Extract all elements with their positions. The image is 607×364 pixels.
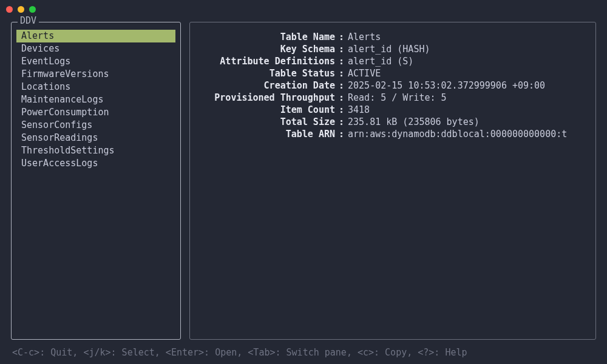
close-icon[interactable] [6, 6, 13, 13]
detail-row-key-schema: Key Schema : alert_id (HASH) [198, 43, 587, 55]
detail-sep: : [335, 116, 348, 128]
table-item-powerconsumption[interactable]: PowerConsumption [16, 106, 175, 119]
detail-value: Alerts [348, 31, 381, 43]
tables-pane[interactable]: DDV Alerts Devices EventLogs FirmwareVer… [11, 22, 181, 340]
detail-sep: : [335, 128, 348, 140]
detail-label: Key Schema [198, 43, 335, 55]
detail-sep: : [335, 79, 348, 92]
table-item-alerts[interactable]: Alerts [16, 30, 175, 42]
detail-value: ACTIVE [348, 67, 381, 79]
table-item-devices[interactable]: Devices [16, 42, 175, 55]
detail-row-creation-date: Creation Date : 2025-02-15 10:53:02.3729… [198, 79, 587, 92]
maximize-icon[interactable] [29, 6, 36, 13]
table-item-eventlogs[interactable]: EventLogs [16, 55, 175, 68]
detail-value: 235.81 kB (235806 bytes) [348, 116, 480, 128]
table-item-sensorconfigs[interactable]: SensorConfigs [16, 119, 175, 132]
detail-row-table-name: Table Name : Alerts [198, 31, 587, 43]
detail-value: Read: 5 / Write: 5 [348, 92, 447, 104]
detail-value: arn:aws:dynamodb:ddblocal:000000000000:t [348, 128, 567, 140]
detail-row-total-size: Total Size : 235.81 kB (235806 bytes) [198, 116, 587, 128]
detail-sep: : [335, 104, 348, 116]
table-details: Table Name : Alerts Key Schema : alert_i… [190, 22, 595, 145]
table-item-locations[interactable]: Locations [16, 81, 175, 93]
table-item-useraccesslogs[interactable]: UserAccessLogs [16, 157, 175, 170]
detail-value: 3418 [348, 104, 370, 116]
detail-label: Provisioned Throughput [198, 92, 335, 104]
table-item-firmwareversions[interactable]: FirmwareVersions [16, 68, 175, 81]
detail-sep: : [335, 43, 348, 55]
detail-row-attribute-definitions: Attribute Definitions : alert_id (S) [198, 55, 587, 67]
table-item-sensorreadings[interactable]: SensorReadings [16, 132, 175, 144]
detail-sep: : [335, 67, 348, 79]
workspace: DDV Alerts Devices EventLogs FirmwareVer… [11, 22, 596, 340]
help-bar: <C-c>: Quit, <j/k>: Select, <Enter>: Ope… [12, 347, 595, 358]
details-pane[interactable]: Table Name : Alerts Key Schema : alert_i… [189, 22, 596, 340]
detail-row-table-arn: Table ARN : arn:aws:dynamodb:ddblocal:00… [198, 128, 587, 140]
detail-row-item-count: Item Count : 3418 [198, 104, 587, 116]
table-item-maintenancelogs[interactable]: MaintenanceLogs [16, 93, 175, 106]
detail-label: Total Size [198, 116, 335, 128]
detail-sep: : [335, 92, 348, 104]
detail-label: Item Count [198, 104, 335, 116]
window-titlebar [0, 0, 607, 18]
minimize-icon[interactable] [18, 6, 24, 13]
detail-value: alert_id (HASH) [348, 43, 430, 55]
detail-sep: : [335, 31, 348, 43]
detail-label: Table ARN [198, 128, 335, 140]
detail-label: Table Status [198, 67, 335, 79]
detail-label: Attribute Definitions [198, 55, 335, 67]
detail-label: Table Name [198, 31, 335, 43]
table-item-thresholdsettings[interactable]: ThresholdSettings [16, 144, 175, 157]
detail-value: alert_id (S) [348, 55, 413, 67]
detail-value: 2025-02-15 10:53:02.372999906 +09:00 [348, 79, 545, 92]
tables-list: Alerts Devices EventLogs FirmwareVersion… [12, 22, 180, 339]
detail-row-table-status: Table Status : ACTIVE [198, 67, 587, 79]
pane-title: DDV [18, 16, 39, 25]
detail-label: Creation Date [198, 79, 335, 92]
detail-sep: : [335, 55, 348, 67]
detail-row-provisioned-throughput: Provisioned Throughput : Read: 5 / Write… [198, 92, 587, 104]
